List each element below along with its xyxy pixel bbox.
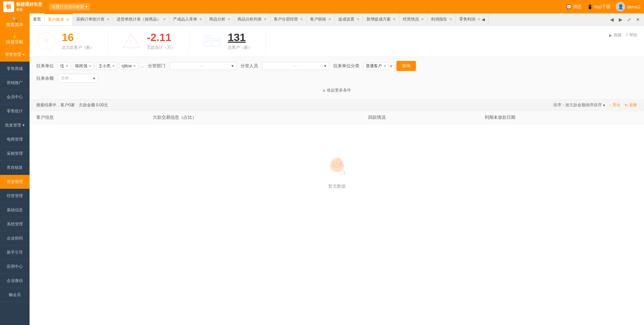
sidebar-item-marketing[interactable]: 营销推广 [0, 76, 30, 90]
person-filter-select[interactable]: ··· ▾ [262, 62, 329, 70]
search-result: 搜索结果中，客户0家 [36, 102, 75, 108]
tab-close-new-raise-plan[interactable]: ✕ [393, 17, 396, 22]
sidebar-item-ecommerce[interactable]: 电商管理 [0, 133, 30, 147]
svg-text:¥: ¥ [44, 36, 49, 45]
account-selector[interactable]: 母婴行业演示账套 ▾ [49, 3, 90, 10]
tab-close-operations-status[interactable]: ✕ [421, 17, 424, 22]
sidebar-item-basic-info[interactable]: 基础信息 [0, 203, 30, 217]
user-menu[interactable]: 👤 demo2 [616, 2, 641, 11]
tab-close-customer-contact[interactable]: ✕ [328, 17, 331, 22]
tab-close-incoming-stats[interactable]: ✕ [163, 17, 166, 22]
sidebar-item-app-center[interactable]: 应用中心 [0, 260, 30, 274]
tab-customer-segment[interactable]: 客户分层经营 ✕ [270, 13, 307, 26]
top-bar-right: 💬 消息 📱 App下载 👤 demo2 [566, 2, 641, 11]
balance-filter-select[interactable]: 选择... ▾ [58, 74, 98, 83]
tab-customer-contact[interactable]: 客户联络 ✕ [307, 13, 335, 26]
stat-debt-total: ! -2.11 欠款合计（万） [121, 31, 189, 51]
stat-value-total-customers: 131 [228, 32, 252, 43]
export-button[interactable]: ↑ 导出 [609, 102, 620, 108]
tab-customer-accounts[interactable]: 客户账本 ✕ [45, 13, 73, 26]
app-download-label: App下载 [594, 4, 610, 10]
filter-tags: 伍 ✕ 陈民强 ✕ 王小亮 ✕ [58, 62, 144, 70]
tab-close-raise-settings[interactable]: ✕ [356, 17, 359, 22]
tab-profit-report[interactable]: 利润报告 ✕ [428, 13, 456, 26]
col-customer-info: 客户信息 [30, 111, 146, 124]
tab-close-production-instock[interactable]: ✕ [199, 17, 202, 22]
sidebar-item-search-menu[interactable]: 🔍 搜索菜单 [0, 13, 30, 31]
video-button[interactable]: ▶ 视频 [609, 32, 621, 38]
tab-close-all[interactable]: ✕ [634, 15, 642, 24]
query-button[interactable]: 查询 [396, 61, 416, 71]
tab-nav-next[interactable]: ▶ [616, 15, 625, 24]
tab-product-analysis[interactable]: 商品分析 ✕ [206, 13, 234, 26]
dept-filter-select[interactable]: ··· ▾ [169, 62, 237, 70]
tab-maximize[interactable]: ⤢ [625, 15, 633, 24]
sidebar-item-member-center[interactable]: 会员中心 [0, 90, 30, 104]
help-label: 帮助 [629, 32, 637, 38]
chevron-left-icon: ◀ [482, 17, 485, 22]
sort-label: 排序：按欠款金额倒序排序 [553, 102, 602, 108]
tab-nav-prev[interactable]: ◀ [608, 15, 616, 24]
debt-total-icon: ! [121, 31, 141, 51]
filter-tag-3: 王小亮 ✕ [96, 62, 117, 70]
stat-total-customers: 131 总客户（家） [202, 31, 266, 51]
message-button[interactable]: 💬 消息 [566, 4, 582, 10]
sidebar-item-inventory[interactable]: 库存核算 [0, 161, 30, 175]
sidebar-item-retail-shop[interactable]: 零售商城 [0, 62, 30, 76]
remove-tag-2[interactable]: ✕ [89, 64, 92, 68]
tab-close-customer-accounts[interactable]: ✕ [66, 17, 69, 22]
sidebar-item-operations[interactable]: 经营管理 [0, 189, 30, 203]
tab-product-analysis-list[interactable]: 商品分析列表 ✕ [234, 13, 270, 26]
app-download-button[interactable]: 📱 App下载 [587, 4, 610, 10]
tab-purchase-order-stats[interactable]: 采购订单统计表 ✕ [73, 13, 113, 26]
stat-info-total-customers: 131 总客户（家） [228, 32, 252, 50]
chevron-down-icon-classify[interactable]: ▾ [390, 64, 392, 69]
stat-value-debt-total: -2.11 [147, 32, 175, 43]
tab-close-retail-profit[interactable]: ✕ [477, 17, 480, 22]
tab-incoming-stats[interactable]: 进货单统计表（按商品） ✕ [113, 13, 170, 26]
sidebar-item-batch-management[interactable]: 批发管理 ▾ [0, 118, 30, 133]
tab-close-product-analysis[interactable]: ✕ [227, 17, 230, 22]
sidebar-item-newbie[interactable]: 新手引导 [0, 246, 30, 260]
logo: 畅 畅捷通好生意 标版 [3, 1, 42, 12]
svg-rect-6 [206, 37, 210, 39]
remove-classify-tag[interactable]: ✕ [383, 64, 386, 68]
help-button[interactable]: ? 帮助 [626, 32, 637, 38]
remove-tag-3[interactable]: ✕ [112, 64, 115, 68]
sidebar-item-retail-management[interactable]: 零售管理 ▾ [0, 48, 30, 62]
download-icon: 📱 [587, 4, 593, 9]
tab-close-purchase-order-stats[interactable]: ✕ [106, 17, 110, 22]
sidebar-item-system[interactable]: 系统管理 [0, 217, 30, 231]
collapse-button[interactable]: ∧ 收起更多条件 [323, 85, 351, 95]
remove-tag-4[interactable]: ✕ [133, 64, 136, 68]
filter-more-tags[interactable]: ... [140, 64, 144, 68]
stat-info-debt-total: -2.11 欠款合计（万） [147, 32, 175, 50]
sort-select[interactable]: 排序：按欠款金额倒序排序 ▾ [553, 102, 605, 108]
tab-home[interactable]: 首页 [30, 13, 45, 26]
remove-tag-1[interactable]: ✕ [66, 64, 69, 68]
chevron-down-icon: ▾ [85, 4, 87, 9]
sidebar-item-retail-stats[interactable]: 零售统计 [0, 104, 30, 118]
tab-operations-status[interactable]: 经营情况 ✕ [399, 13, 428, 26]
person-filter-label: 分管人员 [241, 63, 258, 69]
tab-new-raise-plan[interactable]: 新增提成方案 ✕ [363, 13, 399, 26]
top-bar: 畅 畅捷通好生意 标版 母婴行业演示账套 ▾ 💬 消息 📱 App下载 👤 [0, 0, 644, 13]
stat-value-debt-customers: 16 [62, 32, 94, 43]
sidebar-item-purchase[interactable]: 采购管理 [0, 147, 30, 161]
tab-close-product-analysis-list[interactable]: ✕ [264, 17, 267, 22]
tab-close-profit-report[interactable]: ✕ [449, 17, 452, 22]
sidebar-item-finance[interactable]: 资金管理 [0, 175, 30, 189]
stat-label-debt-total: 欠款合计（万） [147, 45, 175, 50]
sidebar-item-enterprise-wechat[interactable]: 企业微信 [0, 274, 30, 288]
sidebar-item-vip-member[interactable]: 畅会员 [0, 288, 30, 302]
tab-retail-profit[interactable]: 零售利润 ✕ ◀ [456, 13, 488, 26]
tab-raise-settings[interactable]: 提成设置 ✕ [335, 13, 363, 26]
tab-production-instock[interactable]: 产成品入库单 ✕ [170, 13, 206, 26]
refresh-icon: ↻ [625, 103, 628, 108]
tab-close-customer-segment[interactable]: ✕ [300, 17, 303, 22]
refresh-button[interactable]: ↻ 刷新 [625, 102, 637, 108]
sidebar-item-enterprise[interactable]: 企业协同 [0, 231, 30, 246]
sidebar-item-quick-nav[interactable]: ⚡ 快捷导航 [0, 31, 30, 48]
stat-label-total-customers: 总客户（家） [228, 45, 252, 50]
filter-area: 往来单位 伍 ✕ 陈民强 ✕ 王小亮 [30, 57, 644, 100]
